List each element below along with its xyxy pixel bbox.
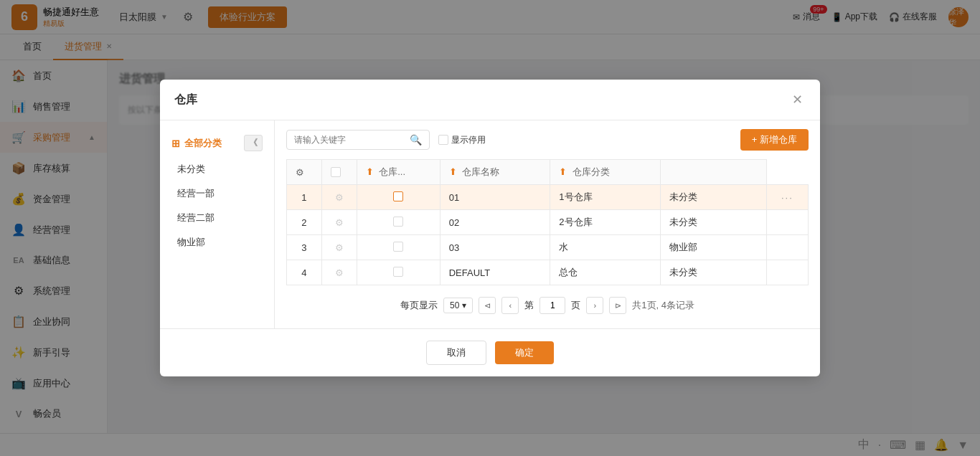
next-page-button[interactable]: › [586, 297, 603, 314]
category-item-dept2[interactable]: 经营二部 [160, 206, 274, 230]
dialog-body: ⊞ 全部分类 《 未分类 经营一部 经营二部 物业部 [160, 120, 820, 328]
row-name: 1号仓库 [550, 185, 661, 210]
row-name: 水 [550, 235, 661, 260]
row-category: 未分类 [660, 260, 766, 285]
table-header-row: ⚙ ⬆ 仓库... ⬆ 仓库名称 [287, 160, 809, 185]
collapse-button[interactable]: 《 [244, 135, 263, 151]
row-category: 未分类 [660, 185, 766, 210]
row-gear-icon: ⚙ [335, 242, 344, 253]
row-category: 物业部 [660, 235, 766, 260]
all-categories-button[interactable]: ⊞ 全部分类 《 [160, 129, 274, 157]
row-code: 02 [440, 210, 550, 235]
row-checkbox[interactable] [393, 217, 403, 227]
col-header-check [321, 160, 357, 185]
row-check-cell [357, 260, 440, 285]
row-actions-cell[interactable] [766, 210, 808, 235]
row-category: 未分类 [660, 210, 766, 235]
col-header-setting: ⚙ [287, 160, 322, 185]
add-warehouse-button[interactable]: + 新增仓库 [740, 129, 809, 151]
row-setting-cell: ⚙ [321, 260, 357, 285]
row-setting-cell: ⚙ [321, 185, 357, 210]
settings-header-icon: ⚙ [296, 167, 304, 178]
row-check-cell [357, 210, 440, 235]
category-item-dept1[interactable]: 经营一部 [160, 181, 274, 206]
row-index: 1 [287, 185, 322, 210]
row-code: 01 [440, 185, 550, 210]
row-gear-icon: ⚙ [335, 267, 344, 278]
dialog-title: 仓库 [174, 92, 197, 108]
table-toolbar: 🔍 显示停用 + 新增仓库 [286, 129, 809, 151]
dialog-close-button[interactable]: ✕ [788, 91, 806, 108]
dialog-header: 仓库 ✕ [160, 80, 820, 120]
row-checkbox[interactable] [393, 191, 403, 201]
warehouse-table: ⚙ ⬆ 仓库... ⬆ 仓库名称 [286, 159, 809, 285]
pagination: 每页显示 50 ▾ ⊲ ‹ 第 页 › ⊳ 共1页, 4条记录 [286, 285, 809, 320]
row-setting-cell: ⚙ [321, 235, 357, 260]
row-setting-cell: ⚙ [321, 210, 357, 235]
show-disabled-checkbox[interactable]: 显示停用 [438, 134, 486, 146]
last-page-button[interactable]: ⊳ [609, 297, 626, 314]
grid-icon: ⊞ [171, 138, 180, 149]
row-checkbox[interactable] [393, 242, 403, 252]
category-item-property[interactable]: 物业部 [160, 230, 274, 255]
page-input[interactable] [540, 297, 565, 314]
select-all-checkbox[interactable] [331, 167, 341, 177]
search-box: 🔍 [286, 130, 430, 150]
search-icon[interactable]: 🔍 [410, 134, 422, 146]
confirm-button[interactable]: 确定 [495, 341, 554, 364]
search-input[interactable] [294, 135, 410, 145]
page-label: 第 [524, 299, 534, 312]
row-check-cell [357, 185, 440, 210]
row-more-icon[interactable]: ··· [781, 192, 793, 203]
col-header-category: ⬆ 仓库分类 [550, 160, 661, 185]
row-index: 2 [287, 210, 322, 235]
row-index: 3 [287, 235, 322, 260]
sort-icon-name: ⬆ [449, 166, 457, 177]
sort-icon-cat: ⬆ [559, 166, 567, 177]
row-name: 2号仓库 [550, 210, 661, 235]
col-header-name: ⬆ 仓库名称 [440, 160, 550, 185]
page-suffix: 页 [571, 299, 580, 312]
category-panel: ⊞ 全部分类 《 未分类 经营一部 经营二部 物业部 [160, 120, 275, 328]
row-index: 4 [287, 260, 322, 285]
row-gear-icon: ⚙ [335, 192, 344, 203]
first-page-button[interactable]: ⊲ [479, 297, 496, 314]
category-item-uncategorized[interactable]: 未分类 [160, 157, 274, 181]
row-check-cell [357, 235, 440, 260]
dropdown-arrow-icon: ▾ [462, 300, 466, 310]
sort-icon: ⬆ [366, 166, 374, 177]
per-page-label: 每页显示 [400, 299, 438, 312]
prev-page-button[interactable]: ‹ [501, 297, 519, 314]
disabled-checkbox[interactable] [438, 135, 448, 145]
cancel-button[interactable]: 取消 [426, 341, 486, 365]
row-actions-cell[interactable] [766, 260, 808, 285]
row-code: 03 [440, 235, 550, 260]
row-code: DEFAULT [440, 260, 550, 285]
warehouse-dialog: 仓库 ✕ ⊞ 全部分类 《 未分类 经营一部 经营二部 [160, 80, 820, 376]
row-actions-cell[interactable]: ··· [766, 185, 808, 210]
col-header-code: ⬆ 仓库... [357, 160, 440, 185]
table-row[interactable]: 4 ⚙ DEFAULT 总仓 未分类 [287, 260, 809, 285]
table-row[interactable]: 3 ⚙ 03 水 物业部 [287, 235, 809, 260]
page-total: 共1页, 4条记录 [632, 299, 694, 312]
col-header-actions [660, 160, 766, 185]
dialog-overlay: 仓库 ✕ ⊞ 全部分类 《 未分类 经营一部 经营二部 [0, 0, 980, 456]
table-row[interactable]: 2 ⚙ 02 2号仓库 未分类 [287, 210, 809, 235]
row-checkbox[interactable] [393, 267, 403, 277]
table-panel: 🔍 显示停用 + 新增仓库 ⚙ [275, 120, 820, 328]
table-row[interactable]: 1 ⚙ 01 1号仓库 未分类 ··· [287, 185, 809, 210]
row-actions-cell[interactable] [766, 235, 808, 260]
dialog-footer: 取消 确定 [160, 328, 820, 376]
row-name: 总仓 [550, 260, 661, 285]
page-size-selector[interactable]: 50 ▾ [443, 298, 473, 313]
row-gear-icon: ⚙ [335, 217, 344, 228]
